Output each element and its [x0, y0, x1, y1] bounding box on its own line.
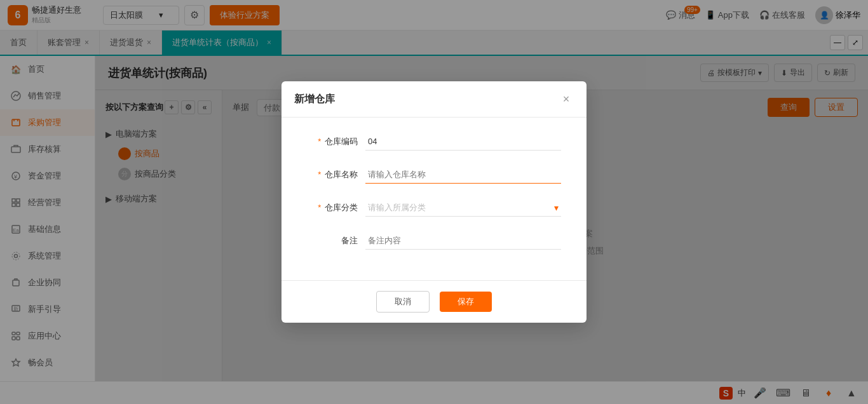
modal-overlay: 新增仓库 × * 仓库编码 * 仓库名称: [0, 0, 868, 404]
warehouse-name-input[interactable]: [365, 166, 561, 184]
warehouse-category-wrap: 请输入所属分类 ▾: [365, 199, 561, 217]
required-mark-name: *: [318, 170, 321, 179]
warehouse-name-label: * 仓库名称: [307, 169, 358, 180]
warehouse-code-row: * 仓库编码: [307, 133, 561, 151]
required-mark-code: *: [318, 137, 321, 146]
required-mark-category: *: [318, 203, 321, 212]
warehouse-category-select[interactable]: 请输入所属分类: [365, 199, 561, 217]
warehouse-remark-row: 备注: [307, 232, 561, 250]
modal-footer: 取消 保存: [281, 280, 587, 323]
warehouse-remark-label: 备注: [307, 235, 358, 246]
modal-body: * 仓库编码 * 仓库名称 * 仓库分类: [281, 118, 587, 280]
warehouse-remark-input[interactable]: [365, 232, 561, 250]
modal-close-button[interactable]: ×: [559, 91, 574, 107]
modal-header: 新增仓库 ×: [281, 81, 587, 118]
warehouse-category-row: * 仓库分类 请输入所属分类 ▾: [307, 199, 561, 217]
warehouse-name-row: * 仓库名称: [307, 166, 561, 184]
warehouse-category-label: * 仓库分类: [307, 202, 358, 213]
cancel-button[interactable]: 取消: [376, 291, 430, 313]
save-button[interactable]: 保存: [440, 292, 492, 312]
warehouse-code-input[interactable]: [365, 133, 561, 151]
new-warehouse-modal: 新增仓库 × * 仓库编码 * 仓库名称: [281, 81, 587, 323]
warehouse-code-label: * 仓库编码: [307, 136, 358, 147]
modal-title: 新增仓库: [294, 93, 335, 106]
